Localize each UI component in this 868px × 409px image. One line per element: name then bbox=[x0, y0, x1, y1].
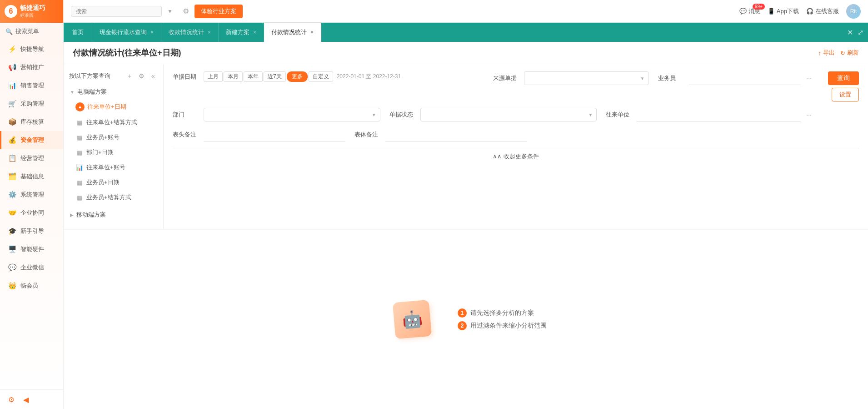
scheme-item-5[interactable]: ▦ 业务员+日期 bbox=[70, 175, 161, 190]
filter-panel: 单据日期 上月 本月 本年 近7天 更多 自定义 2022-01-01 至 20… bbox=[164, 64, 868, 229]
tab-new-scheme-label: 新建方案 bbox=[226, 28, 249, 36]
tabs-expand-btn[interactable]: ⤢ bbox=[858, 28, 863, 37]
tab-payment-stats[interactable]: 付款情况统计 × bbox=[264, 23, 321, 42]
tab-receipt-stats[interactable]: 收款情况统计 × bbox=[161, 23, 219, 42]
sidebar-item-operations[interactable]: 📋 经营管理 bbox=[0, 149, 63, 167]
global-search-input[interactable] bbox=[71, 6, 162, 17]
date-btn-last-month[interactable]: 上月 bbox=[204, 71, 223, 82]
header-note-input[interactable] bbox=[204, 128, 345, 141]
body-note-input[interactable] bbox=[385, 128, 527, 141]
page-actions: ↑ 导出 ↻ 刷新 bbox=[818, 49, 859, 57]
sidebar-item-enterprise[interactable]: 🤝 企业协同 bbox=[0, 204, 63, 222]
topbar-gear[interactable]: ⚙ bbox=[183, 7, 189, 15]
sidebar-item-wechat[interactable]: 💬 企业微信 bbox=[0, 258, 63, 277]
mobile-section-label: 移动端方案 bbox=[76, 211, 106, 219]
collapse-more-btn[interactable]: ∧∧ 收起更多条件 bbox=[493, 152, 539, 161]
scheme-item-3[interactable]: ▦ 部门+日期 bbox=[70, 145, 161, 160]
tab-bank-flow[interactable]: 现金银行流水查询 × bbox=[92, 23, 161, 42]
desktop-section-arrow: ▼ bbox=[70, 90, 75, 95]
scheme-item-0[interactable]: ● 往来单位+日期 bbox=[70, 99, 161, 115]
dots-icon[interactable]: ··· bbox=[804, 75, 813, 82]
messages-btn[interactable]: 💬 消息 99+ bbox=[739, 7, 760, 15]
tab-home-label: 首页 bbox=[72, 28, 84, 36]
sidebar-item-label: 库存核算 bbox=[20, 118, 44, 126]
sidebar-item-capital[interactable]: 💰 资金管理 bbox=[0, 131, 63, 149]
date-btn-custom[interactable]: 自定义 bbox=[309, 71, 333, 82]
scheme-item-1[interactable]: ▦ 往来单位+结算方式 bbox=[70, 115, 161, 130]
date-btns: 上月 本月 本年 近7天 更多 自定义 2022-01-01 至 2022-12… bbox=[204, 71, 401, 82]
date-btn-this-year[interactable]: 本年 bbox=[244, 71, 263, 82]
user-avatar[interactable]: Rit bbox=[846, 4, 861, 19]
mobile-scheme-section: ▶ 移动端方案 bbox=[64, 205, 163, 224]
doc-status-field: 单据状态 ▼ bbox=[389, 108, 597, 121]
empty-state: 🤖 1 请先选择要分析的方案 2 用过滤条件来缩小分析范围 bbox=[64, 230, 868, 409]
doc-status-label: 单据状态 bbox=[389, 111, 417, 119]
partner-dots-icon[interactable]: ··· bbox=[804, 111, 813, 118]
date-btn-7days[interactable]: 近7天 bbox=[264, 71, 286, 82]
sidebar-item-smart-hw[interactable]: 🖥️ 智能硬件 bbox=[0, 240, 63, 258]
sidebar-item-label: 经营管理 bbox=[20, 154, 44, 162]
step-2-text: 用过滤条件来缩小分析范围 bbox=[470, 322, 547, 330]
tab-home[interactable]: 首页 bbox=[64, 23, 92, 42]
scheme-item-label: 业务员+日期 bbox=[86, 178, 120, 187]
sidebar-item-newbie[interactable]: 🎓 新手引导 bbox=[0, 222, 63, 240]
refresh-btn[interactable]: ↻ 刷新 bbox=[840, 49, 859, 57]
inventory-icon: 📦 bbox=[8, 117, 17, 126]
basic-info-icon: 🗂️ bbox=[8, 172, 17, 181]
sidebar-item-purchase[interactable]: 🛒 采购管理 bbox=[0, 95, 63, 113]
date-btn-more[interactable]: 更多 bbox=[287, 71, 308, 82]
app-download-btn[interactable]: 📱 App下载 bbox=[768, 7, 799, 15]
partner-input[interactable] bbox=[637, 108, 801, 121]
dept-select[interactable]: ▼ bbox=[204, 108, 380, 121]
settings-footer-icon[interactable]: ⚙ bbox=[6, 394, 16, 404]
settings-btn[interactable]: 设置 bbox=[832, 88, 859, 101]
collapse-sidebar-btn[interactable]: ◀ bbox=[21, 394, 31, 404]
scheme-settings-btn[interactable]: ⚙ bbox=[137, 71, 146, 81]
online-service-btn[interactable]: 🎧 在线客服 bbox=[806, 7, 839, 15]
sidebar-item-quick-nav[interactable]: ⚡ 快捷导航 bbox=[0, 40, 63, 58]
doc-status-select[interactable]: ▼ bbox=[420, 108, 597, 121]
scheme-collapse-btn[interactable]: « bbox=[149, 71, 158, 81]
trial-btn[interactable]: 体验行业方案 bbox=[195, 5, 243, 18]
tab-receipt-stats-close[interactable]: × bbox=[208, 29, 211, 35]
scheme-item-4[interactable]: 📊 往来单位+账号 bbox=[70, 160, 161, 175]
date-btn-this-month[interactable]: 本月 bbox=[224, 71, 243, 82]
tab-payment-stats-close[interactable]: × bbox=[310, 29, 314, 35]
query-btn[interactable]: 查询 bbox=[828, 71, 859, 85]
sidebar-item-marketing[interactable]: 📢 营销推广 bbox=[0, 58, 63, 76]
sidebar-item-vip[interactable]: 👑 畅会员 bbox=[0, 277, 63, 295]
tab-new-scheme[interactable]: 新建方案 × bbox=[219, 23, 264, 42]
source-select[interactable]: ▼ bbox=[524, 71, 649, 85]
salesperson-label: 业务员 bbox=[658, 74, 685, 82]
search-menu[interactable]: 🔍 搜索菜单 bbox=[0, 23, 63, 40]
sidebar-header: 6 畅捷通巧 标准版 bbox=[0, 0, 63, 23]
add-scheme-btn[interactable]: + bbox=[125, 71, 134, 81]
tab-bank-flow-close[interactable]: × bbox=[150, 29, 154, 35]
page-header: 付款情况统计(往来单位+日期) ↑ 导出 ↻ 刷新 bbox=[64, 42, 868, 64]
tabs-close-all-btn[interactable]: ✕ bbox=[847, 28, 853, 37]
mobile-section-toggle[interactable]: ▶ 移动端方案 bbox=[70, 208, 157, 222]
dept-field: 部门 ▼ bbox=[173, 108, 380, 121]
purchase-icon: 🛒 bbox=[8, 99, 17, 108]
sidebar-item-inventory[interactable]: 📦 库存核算 bbox=[0, 113, 63, 131]
sidebar-item-sales[interactable]: 📊 销售管理 bbox=[0, 76, 63, 95]
sidebar-item-system[interactable]: ⚙️ 系统管理 bbox=[0, 186, 63, 204]
active-indicator: ● bbox=[75, 102, 85, 111]
empty-content: 🤖 1 请先选择要分析的方案 2 用过滤条件来缩小分析范围 bbox=[385, 297, 547, 342]
tab-new-scheme-close[interactable]: × bbox=[253, 29, 256, 35]
scheme-item-2[interactable]: ▦ 业务员+账号 bbox=[70, 130, 161, 145]
online-service-label: 在线客服 bbox=[815, 7, 839, 15]
topbar-chevron[interactable]: ▼ bbox=[167, 8, 173, 15]
salesperson-input[interactable] bbox=[689, 71, 801, 85]
scheme-item-icon: ▦ bbox=[75, 193, 84, 202]
sidebar-item-label: 系统管理 bbox=[20, 191, 44, 199]
desktop-section-toggle[interactable]: ▼ 电脑端方案 bbox=[64, 85, 163, 99]
scheme-item-6[interactable]: ▦ 业务员+结算方式 bbox=[70, 190, 161, 205]
gear-icon: ⚙ bbox=[183, 7, 189, 15]
chevron-down-icon: ▼ bbox=[640, 76, 645, 81]
dept-label: 部门 bbox=[173, 111, 200, 119]
collapse-more-label: 收起更多条件 bbox=[504, 152, 539, 161]
sidebar: 6 畅捷通巧 标准版 🔍 搜索菜单 ⚡ 快捷导航 📢 营销推广 📊 销售管理 🛒… bbox=[0, 0, 64, 409]
export-btn[interactable]: ↑ 导出 bbox=[818, 49, 835, 57]
sidebar-item-basic-info[interactable]: 🗂️ 基础信息 bbox=[0, 167, 63, 186]
